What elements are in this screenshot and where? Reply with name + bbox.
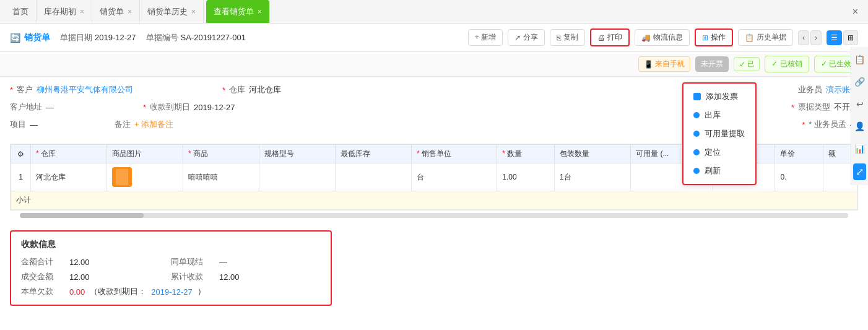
doc-date-field: 单据日期 2019-12-27 [60, 32, 136, 43]
row-min-stock [336, 163, 412, 191]
from-phone-button[interactable]: 📱 来自手机 [638, 56, 690, 72]
check-circle-icon: ✓ [771, 59, 778, 68]
row-num: 1 [11, 163, 31, 191]
close-tab-inventory[interactable]: × [80, 7, 84, 16]
copy-button[interactable]: ⎘ 复制 [550, 29, 585, 46]
logistics-button[interactable]: 🚚 物流信息 [635, 29, 690, 46]
close-tab-sales[interactable]: × [128, 7, 132, 16]
sidebar-icon-4[interactable]: 👤 [852, 119, 867, 134]
col-warehouse: 仓库 [31, 145, 107, 163]
product-thumbnail [112, 167, 132, 187]
reviewed-button[interactable]: ✓ 已核销 [765, 56, 809, 72]
prev-arrow[interactable]: ‹ [798, 30, 809, 45]
total-row: 金额合计 12.00 [21, 256, 171, 267]
add-note-button[interactable]: + 添加备注 [134, 119, 173, 130]
address-field: 客户地址 — [10, 102, 54, 113]
list-view-button[interactable]: ☰ [827, 30, 842, 45]
col-unit-price: 单价 [775, 145, 823, 163]
operation-dropdown: 添加发票 出库 可用量提取 定位 刷新 [682, 82, 757, 185]
close-tab-view[interactable]: × [258, 7, 262, 16]
payment-date-field: * 收款到期日 2019-12-27 [143, 102, 235, 113]
share-icon: ↗ [514, 33, 521, 42]
second-toolbar: 📱 来自手机 未开票 ✓ 已 ✓ 已核销 ✓ 已生效 [0, 52, 868, 77]
history-button[interactable]: 📋 历史单据 [738, 29, 793, 46]
sidebar-icon-3[interactable]: ↩ [854, 97, 866, 111]
col-quantity: 数量 [497, 145, 555, 163]
close-tab-history[interactable]: × [191, 7, 196, 16]
col-sales-unit: 销售单位 [412, 145, 497, 163]
row-model [259, 163, 336, 191]
operation-button[interactable]: ⊞ 操作 [695, 28, 733, 46]
row-unit-price: 0. [775, 163, 823, 191]
share-button[interactable]: ↗ 分享 [508, 29, 545, 46]
tab-sales-history[interactable]: 销货单历史 × [140, 0, 204, 23]
sidebar-icon-2[interactable]: 🔗 [852, 74, 867, 89]
grid-view-button[interactable]: ⊞ [843, 30, 858, 45]
col-model: 规格型号 [259, 145, 336, 163]
sidebar-icon-6[interactable]: ⤢ [853, 163, 866, 180]
horizontal-scrollbar[interactable] [20, 213, 848, 218]
col-image: 商品图片 [107, 145, 183, 163]
window-close-button[interactable]: × [848, 6, 863, 17]
available-extract-item[interactable]: 可用量提取 [684, 124, 755, 143]
truck-icon: 🚚 [641, 33, 651, 42]
nav-arrows: ‹ › [798, 30, 822, 45]
not-opened-button[interactable]: 未开票 [695, 56, 729, 72]
doc-meta: 单据日期 2019-12-27 单据编号 SA-20191227-001 [60, 32, 246, 43]
tab-sales-order[interactable]: 销货单 × [92, 0, 140, 23]
owed-row: 本单欠款 0.00 （收款到期日： 2019-12-27 ） [21, 286, 321, 297]
staff-field: 业务员 演示账号 [798, 84, 858, 95]
doc-header: 🔄 销货单 单据日期 2019-12-27 单据编号 SA-20191227-0… [0, 24, 868, 52]
square-icon [693, 93, 701, 100]
sales-order-icon: 🔄 [10, 33, 20, 43]
dot-icon [693, 112, 700, 118]
refresh-item[interactable]: 刷新 [684, 162, 755, 180]
phone-icon: 📱 [644, 60, 653, 69]
settlement-row: 同单现结 — [171, 256, 321, 267]
salesman-field: * * 业务员孟 — [802, 119, 858, 130]
view-icons: ☰ ⊞ [827, 30, 858, 45]
scroll-area [0, 211, 868, 223]
row-product[interactable]: 嘻嘻嘻嘻 [183, 163, 259, 191]
row-warehouse: 河北仓库 [31, 163, 107, 191]
grid-icon: ⊞ [702, 33, 708, 42]
row-quantity: 1.00 [497, 163, 555, 191]
sidebar-icon-5[interactable]: 📊 [852, 141, 867, 156]
project-field: 项目 — [10, 119, 38, 130]
cumulative-row: 累计收款 12.00 [171, 271, 321, 282]
location-item[interactable]: 定位 [684, 143, 755, 162]
dot-icon-3 [693, 149, 700, 155]
deal-row: 成交金额 12.00 [21, 271, 171, 282]
col-min-stock: 最低库存 [336, 145, 412, 163]
print-icon: 🖨 [597, 33, 605, 42]
main-content: 🔄 销货单 单据日期 2019-12-27 单据编号 SA-20191227-0… [0, 24, 868, 330]
print-button[interactable]: 🖨 打印 [590, 28, 630, 46]
check-button[interactable]: ✓ 已 [734, 57, 760, 71]
customer-field: * 客户 柳州粤港平安气体有限公司 [10, 84, 133, 95]
ticket-type-field: * 票据类型 不开票 [791, 102, 858, 113]
tab-bar: 首页 库存期初 × 销货单 × 销货单历史 × 查看销货单 × × [0, 0, 868, 24]
payment-title: 收款信息 [21, 239, 321, 250]
col-product: 商品 [183, 145, 259, 163]
subtotal-label: 小计 [11, 191, 857, 210]
payment-info-box: 收款信息 金额合计 12.00 同单现结 — 成交金额 12.00 累计收款 1… [10, 230, 332, 306]
next-arrow[interactable]: › [810, 30, 822, 45]
sidebar-icon-1[interactable]: 📋 [852, 52, 867, 67]
scroll-thumb[interactable] [20, 213, 144, 218]
check-icon: ✓ [739, 60, 745, 69]
dot-icon-2 [693, 131, 700, 137]
check-circle-icon-2: ✓ [821, 59, 827, 68]
add-invoice-item[interactable]: 添加发票 [684, 87, 755, 106]
col-settings[interactable]: ⚙ [11, 145, 31, 163]
tab-view-sales[interactable]: 查看销货单 × [206, 0, 270, 23]
out-warehouse-item[interactable]: 出库 [684, 106, 755, 124]
subtotal-row: 小计 [11, 191, 857, 210]
row-pack-qty: 1台 [555, 163, 631, 191]
dot-icon-4 [693, 168, 700, 174]
row-image [107, 163, 183, 191]
note-field: 备注 + 添加备注 [115, 119, 173, 130]
tab-inventory[interactable]: 库存期初 × [37, 0, 92, 23]
new-button[interactable]: + 新增 [468, 29, 503, 46]
row-sales-unit: 台 [412, 163, 497, 191]
tab-home[interactable]: 首页 [5, 0, 37, 23]
